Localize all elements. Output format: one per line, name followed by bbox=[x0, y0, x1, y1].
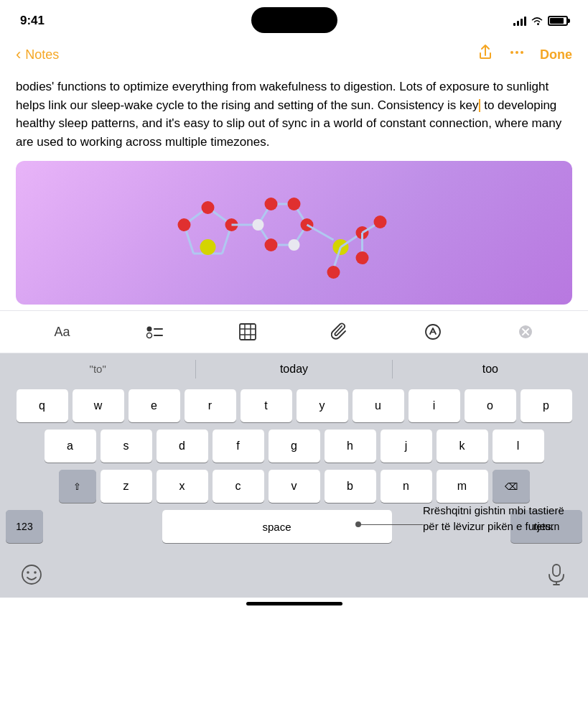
key-t[interactable]: t bbox=[241, 389, 292, 422]
key-k[interactable]: k bbox=[437, 430, 488, 463]
autocomplete-bar: "to" today too bbox=[0, 353, 588, 385]
key-g[interactable]: g bbox=[269, 430, 320, 463]
key-m[interactable]: m bbox=[437, 470, 488, 503]
svg-rect-52 bbox=[553, 565, 560, 576]
svg-point-23 bbox=[289, 239, 300, 251]
key-j[interactable]: j bbox=[381, 430, 432, 463]
svg-point-19 bbox=[253, 219, 264, 231]
key-shift[interactable]: ⇧ bbox=[59, 470, 96, 503]
key-i[interactable]: i bbox=[409, 389, 460, 422]
note-body[interactable]: bodies' functions to optimize everything… bbox=[16, 78, 572, 151]
svg-point-34 bbox=[327, 266, 340, 279]
attach-format-button[interactable] bbox=[327, 318, 354, 345]
key-numbers[interactable]: 123 bbox=[6, 510, 43, 543]
list-format-button[interactable] bbox=[141, 318, 169, 345]
svg-point-51 bbox=[34, 571, 37, 574]
key-n[interactable]: n bbox=[381, 470, 432, 503]
wifi-icon bbox=[531, 16, 543, 26]
svg-point-8 bbox=[202, 201, 215, 214]
keyboard-row-1: q w e r t y u i o p bbox=[3, 389, 585, 422]
share-icon[interactable] bbox=[477, 44, 494, 65]
svg-point-30 bbox=[374, 215, 387, 228]
back-label: Notes bbox=[25, 47, 59, 62]
done-button[interactable]: Done bbox=[540, 47, 572, 62]
annotation-dot bbox=[355, 521, 361, 527]
phone-frame: 9:41 bbox=[0, 0, 588, 724]
key-w[interactable]: w bbox=[73, 389, 124, 422]
svg-point-11 bbox=[200, 239, 216, 255]
svg-point-32 bbox=[356, 251, 369, 264]
svg-point-21 bbox=[288, 198, 301, 210]
key-c[interactable]: c bbox=[213, 470, 264, 503]
svg-point-36 bbox=[146, 333, 151, 338]
key-a[interactable]: a bbox=[45, 430, 96, 463]
svg-point-24 bbox=[265, 238, 278, 251]
status-time: 9:41 bbox=[20, 14, 45, 28]
key-q[interactable]: q bbox=[17, 389, 68, 422]
svg-rect-39 bbox=[240, 324, 256, 340]
annotation-line bbox=[358, 524, 423, 525]
key-u[interactable]: u bbox=[353, 389, 404, 422]
annotation-callout: Rrëshqitni gishtin mbi tastierë për të l… bbox=[423, 503, 581, 534]
nav-bar: ‹ Notes Done bbox=[0, 37, 588, 75]
svg-point-1 bbox=[515, 51, 518, 54]
markup-format-button[interactable] bbox=[419, 318, 447, 345]
svg-point-49 bbox=[22, 565, 41, 584]
svg-point-2 bbox=[521, 51, 523, 54]
close-toolbar-button[interactable] bbox=[512, 318, 539, 345]
autocomplete-today[interactable]: today bbox=[196, 360, 392, 379]
key-b[interactable]: b bbox=[325, 470, 376, 503]
svg-point-20 bbox=[265, 198, 278, 210]
note-content[interactable]: bodies' functions to optimize everything… bbox=[0, 75, 588, 151]
key-r[interactable]: r bbox=[185, 389, 236, 422]
signal-icon bbox=[513, 16, 526, 26]
key-delete[interactable]: ⌫ bbox=[493, 470, 530, 503]
molecule-image bbox=[16, 161, 572, 305]
key-s[interactable]: s bbox=[101, 430, 152, 463]
format-toolbar: Aa bbox=[0, 310, 588, 353]
annotation-text: Rrëshqitni gishtin mbi tastierë për të l… bbox=[423, 504, 564, 532]
key-l[interactable]: l bbox=[493, 430, 544, 463]
svg-point-10 bbox=[178, 218, 191, 231]
svg-point-50 bbox=[27, 571, 29, 574]
key-x[interactable]: x bbox=[157, 470, 208, 503]
status-icons bbox=[513, 16, 568, 26]
autocomplete-to[interactable]: "to" bbox=[0, 360, 196, 379]
bottom-bar bbox=[0, 553, 588, 598]
more-icon[interactable] bbox=[508, 44, 526, 65]
key-p[interactable]: p bbox=[521, 389, 572, 422]
keyboard-row-2: a s d f g h j k l bbox=[3, 430, 585, 463]
battery-icon bbox=[548, 16, 568, 26]
table-format-button[interactable] bbox=[234, 318, 261, 345]
keyboard-row-3: ⇧ z x c v b n m ⌫ bbox=[3, 470, 585, 503]
microphone-button[interactable] bbox=[541, 559, 572, 590]
home-indicator bbox=[246, 602, 342, 605]
nav-actions: Done bbox=[477, 44, 572, 65]
emoji-button[interactable] bbox=[16, 559, 47, 590]
back-button[interactable]: ‹ Notes bbox=[16, 45, 59, 64]
font-format-button[interactable]: Aa bbox=[49, 318, 76, 345]
key-h[interactable]: h bbox=[325, 430, 376, 463]
key-o[interactable]: o bbox=[465, 389, 516, 422]
chevron-left-icon: ‹ bbox=[16, 45, 21, 64]
key-e[interactable]: e bbox=[129, 389, 180, 422]
svg-line-25 bbox=[307, 225, 334, 240]
autocomplete-too[interactable]: too bbox=[393, 360, 588, 379]
key-y[interactable]: y bbox=[297, 389, 348, 422]
svg-point-35 bbox=[146, 327, 151, 332]
key-f[interactable]: f bbox=[213, 430, 264, 463]
dynamic-island bbox=[251, 7, 337, 33]
key-z[interactable]: z bbox=[101, 470, 152, 503]
key-v[interactable]: v bbox=[269, 470, 320, 503]
key-d[interactable]: d bbox=[157, 430, 208, 463]
svg-point-0 bbox=[510, 51, 513, 54]
